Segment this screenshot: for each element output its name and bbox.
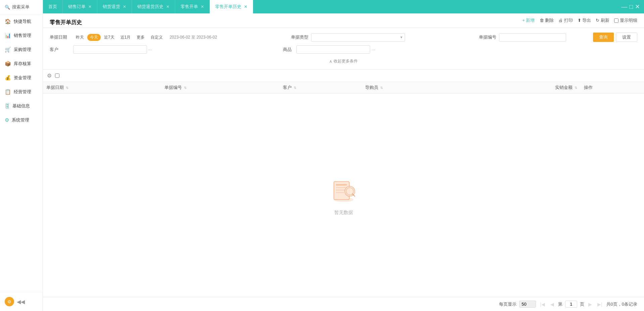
sidebar-item-sys-mgmt[interactable]: ⚙ 系统管理 xyxy=(0,113,43,127)
page-header: 零售开单历史 + 新增 🗑 删除 🖨 打印 ⬆ 导出 ↻ 刷新 显示明细 xyxy=(43,13,644,28)
tab-sales-return-history-close[interactable]: ✕ xyxy=(166,4,169,9)
collapse-more-button[interactable]: ∧ 收起更多条件 xyxy=(329,58,358,64)
filter-row-2: 客户 ··· 商品 ··· xyxy=(50,45,637,54)
col-number-sort[interactable]: ⇅ xyxy=(184,86,187,90)
sidebar-item-operations[interactable]: 📋 经营管理 xyxy=(0,85,43,99)
empty-state: 暂无数据 xyxy=(43,94,644,297)
tab-bar: 首页 销售订单 ✕ 销货退货 ✕ 销货退货历史 ✕ 零售开单 ✕ 零售开单历史 … xyxy=(43,0,644,13)
clipboard-icon: 📋 xyxy=(5,89,11,95)
query-button[interactable]: 查询 xyxy=(593,33,614,42)
collapse-arrow-icon: ∧ xyxy=(329,59,332,64)
page-first-button[interactable]: |◀ xyxy=(539,301,546,308)
delete-button[interactable]: 🗑 删除 xyxy=(540,17,554,23)
total-text: 共0页，0条记录 xyxy=(606,301,637,307)
tab-home-label: 首页 xyxy=(48,4,57,10)
col-guide: 导购员 ⇅ xyxy=(362,82,462,94)
sidebar-item-base-info[interactable]: 🗄 基础信息 xyxy=(0,99,43,113)
goods-filter-label: 商品 xyxy=(283,47,296,53)
sidebar-item-label: 资金管理 xyxy=(14,75,31,81)
date-btn-today[interactable]: 今天 xyxy=(87,34,101,41)
svg-rect-2 xyxy=(336,184,347,185)
tab-retail-history[interactable]: 零售开单历史 ✕ xyxy=(210,0,253,13)
number-filter-input[interactable] xyxy=(499,33,566,42)
date-btn-7days[interactable]: 近7天 xyxy=(101,34,117,41)
col-customer-sort[interactable]: ⇅ xyxy=(294,86,296,90)
col-date-sort[interactable]: ⇅ xyxy=(66,86,68,90)
type-select[interactable] xyxy=(311,33,405,42)
date-btn-yesterday[interactable]: 昨天 xyxy=(73,34,87,41)
close-button[interactable]: ✕ xyxy=(635,3,640,10)
settings-button[interactable]: ⚙ xyxy=(5,297,14,306)
print-button[interactable]: 🖨 打印 xyxy=(558,17,573,23)
table-head: 单据日期 ⇅ 单据编号 ⇅ 客户 ⇅ 导购员 ⇅ xyxy=(43,82,644,94)
date-btn-custom[interactable]: 自定义 xyxy=(148,34,165,41)
gear-icon: ⚙ xyxy=(5,117,9,123)
select-all-checkbox[interactable] xyxy=(55,73,59,78)
date-range-display: 2023-06-02 至 2023-06-02 xyxy=(169,35,217,40)
tab-retail-open[interactable]: 零售开单 ✕ xyxy=(175,0,210,13)
sidebar-item-finance[interactable]: 💰 资金管理 xyxy=(0,71,43,85)
page-prev-button[interactable]: ◀ xyxy=(549,301,555,308)
sidebar-item-label: 快捷导航 xyxy=(14,18,31,24)
db-icon: 🗄 xyxy=(5,103,10,109)
tab-sales-order[interactable]: 销售订单 ✕ xyxy=(63,0,97,13)
page-last-button[interactable]: ▶| xyxy=(596,301,604,308)
per-page-select[interactable]: 50 100 200 xyxy=(519,301,536,308)
table-header-row: 单据日期 ⇅ 单据编号 ⇅ 客户 ⇅ 导购员 ⇅ xyxy=(43,82,644,94)
tab-sales-return-close[interactable]: ✕ xyxy=(123,4,126,9)
pagination-bar: 每页显示 50 100 200 |◀ ◀ 第 页 ▶ ▶| 共0页，0条记录 xyxy=(43,297,644,311)
maximize-button[interactable]: □ xyxy=(629,3,633,10)
customer-filter-input[interactable] xyxy=(73,45,147,54)
show-detail-checkbox[interactable] xyxy=(614,18,618,23)
export-button[interactable]: ⬆ 导出 xyxy=(578,17,591,23)
date-btn-1month[interactable]: 近1月 xyxy=(118,34,134,41)
customer-dots: ··· xyxy=(148,47,152,52)
table-area: ⚙ 单据日期 ⇅ 单据编号 ⇅ xyxy=(43,70,644,297)
sidebar-item-sales-mgmt[interactable]: 📊 销售管理 xyxy=(0,29,43,43)
type-select-wrap: ▾ xyxy=(311,33,405,42)
collapse-sidebar-button[interactable]: ◀◀ xyxy=(17,299,25,305)
tab-sales-return-history[interactable]: 销货退货历史 ✕ xyxy=(132,0,175,13)
collapse-row: ∧ 收起更多条件 xyxy=(50,57,637,65)
page-input[interactable] xyxy=(565,301,577,308)
money-icon: 💰 xyxy=(5,75,11,81)
sidebar-item-quick-nav[interactable]: 🏠 快捷导航 xyxy=(0,14,43,29)
col-date: 单据日期 ⇅ xyxy=(43,82,161,94)
date-btn-more[interactable]: 更多 xyxy=(134,34,147,41)
tab-sales-order-close[interactable]: ✕ xyxy=(88,4,92,9)
sidebar-item-label: 系统管理 xyxy=(12,117,29,123)
sidebar-item-label: 基础信息 xyxy=(12,103,30,109)
empty-icon xyxy=(327,175,360,205)
page-next-button[interactable]: ▶ xyxy=(587,301,593,308)
chart-icon: 📊 xyxy=(5,33,11,39)
col-customer: 客户 ⇅ xyxy=(280,82,362,94)
tab-retail-history-close[interactable]: ✕ xyxy=(244,4,247,9)
add-button[interactable]: + 新增 xyxy=(522,17,535,23)
col-amount-sort[interactable]: ⇅ xyxy=(575,86,577,90)
minimize-button[interactable]: — xyxy=(621,3,627,10)
page-unit: 页 xyxy=(580,301,584,307)
search-icon: 🔍 xyxy=(5,5,10,10)
tab-retail-open-label: 零售开单 xyxy=(181,4,198,10)
sidebar-item-purchase-mgmt[interactable]: 🛒 采购管理 xyxy=(0,43,43,57)
tab-home[interactable]: 首页 xyxy=(43,0,63,13)
goods-dots: ··· xyxy=(371,47,375,52)
tab-retail-open-close[interactable]: ✕ xyxy=(201,4,204,9)
main-area: 首页 销售订单 ✕ 销货退货 ✕ 销货退货历史 ✕ 零售开单 ✕ 零售开单历史 … xyxy=(43,0,644,311)
cart-icon: 🛒 xyxy=(5,47,11,53)
filter-row-1: 单据日期 昨天 今天 近7天 近1月 更多 自定义 2023-06-02 至 2… xyxy=(50,33,637,42)
per-page-label: 每页显示 xyxy=(499,301,516,307)
tab-sales-return[interactable]: 销货退货 ✕ xyxy=(97,0,132,13)
type-filter-label: 单据类型 xyxy=(291,34,311,40)
setting-button[interactable]: 设置 xyxy=(616,33,637,42)
sidebar-search[interactable]: 🔍 搜索采单 xyxy=(0,0,43,14)
sidebar-search-label: 搜索采单 xyxy=(12,4,30,10)
number-filter-label: 单据编号 xyxy=(479,34,499,40)
table-settings-button[interactable]: ⚙ xyxy=(47,72,52,79)
sidebar-item-inventory[interactable]: 📦 库存核算 xyxy=(0,57,43,71)
refresh-button[interactable]: ↻ 刷新 xyxy=(596,17,609,23)
show-detail-toggle[interactable]: 显示明细 xyxy=(614,17,637,23)
col-guide-sort[interactable]: ⇅ xyxy=(380,86,383,90)
goods-filter-input[interactable] xyxy=(296,45,370,54)
tab-sales-return-label: 销货退货 xyxy=(103,4,120,10)
